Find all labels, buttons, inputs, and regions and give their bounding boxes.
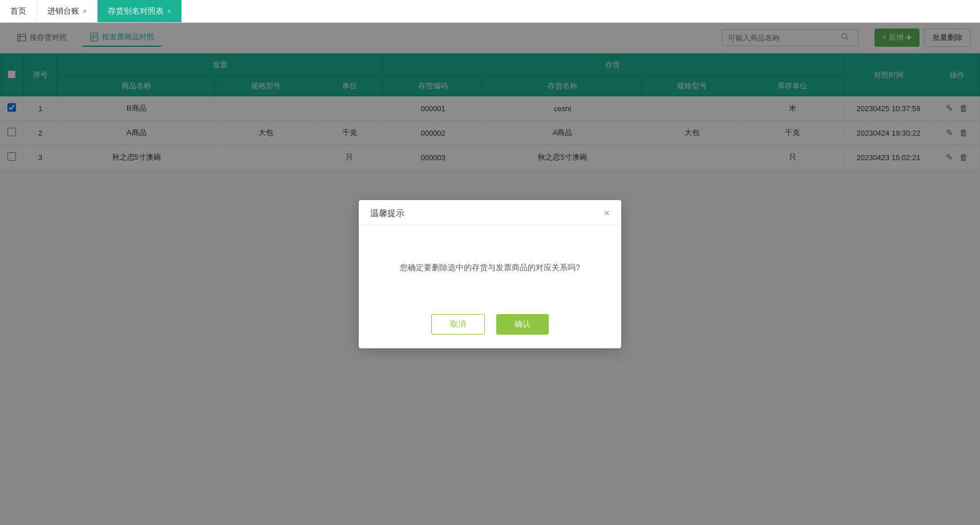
modal-header: 温馨提示 × xyxy=(359,200,621,225)
modal-overlay: 温馨提示 × 您确定要删除选中的存货与发票商品的对应关系吗? 取消 确认 xyxy=(0,23,980,525)
tab-inventory-alias-close[interactable]: × xyxy=(167,7,171,15)
tab-home-label: 首页 xyxy=(10,6,26,17)
tab-bar: 首页 进销台账 × 存货别名对照表 × xyxy=(0,0,980,23)
modal-title: 温馨提示 xyxy=(370,208,404,219)
modal-dialog: 温馨提示 × 您确定要删除选中的存货与发票商品的对应关系吗? 取消 确认 xyxy=(359,200,621,348)
tab-ledger[interactable]: 进销台账 × xyxy=(37,0,98,22)
modal-body: 您确定要删除选中的存货与发票商品的对应关系吗? xyxy=(359,225,621,305)
tab-inventory-alias-label: 存货别名对照表 xyxy=(108,6,164,17)
modal-footer: 取消 确认 xyxy=(359,305,621,348)
modal-message: 您确定要删除选中的存货与发票商品的对应关系吗? xyxy=(400,263,580,273)
main-content: 按存货对照 按发票商品对照 xyxy=(0,23,980,525)
tab-ledger-label: 进销台账 xyxy=(47,6,79,17)
tab-home[interactable]: 首页 xyxy=(0,0,37,22)
tab-inventory-alias[interactable]: 存货别名对照表 × xyxy=(98,0,182,22)
modal-cancel-label: 取消 xyxy=(450,319,466,328)
modal-close-button[interactable]: × xyxy=(604,208,610,218)
modal-confirm-label: 确认 xyxy=(515,319,531,328)
tab-ledger-close[interactable]: × xyxy=(83,7,87,15)
modal-cancel-button[interactable]: 取消 xyxy=(431,314,485,335)
modal-confirm-button[interactable]: 确认 xyxy=(496,314,549,335)
